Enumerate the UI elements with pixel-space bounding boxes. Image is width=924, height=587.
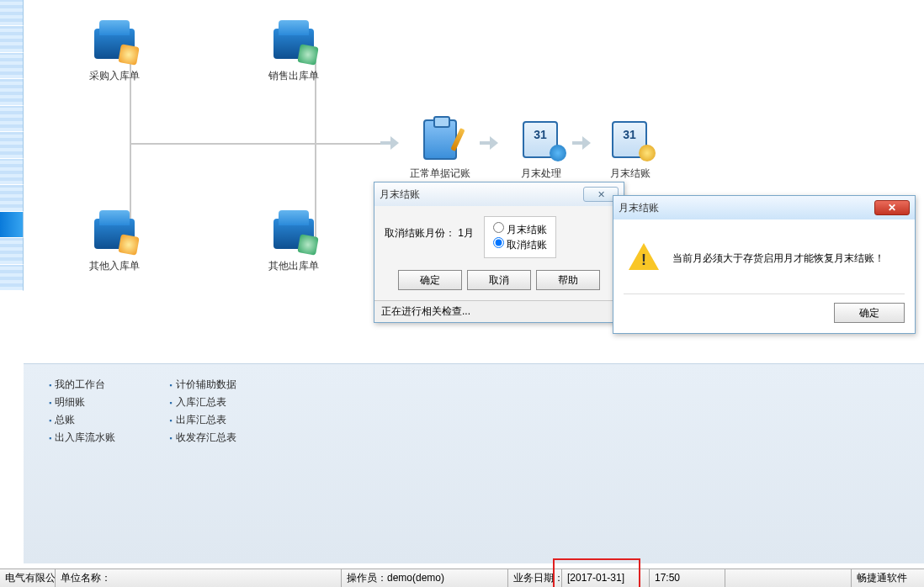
rail-segment[interactable] (0, 53, 24, 79)
cancel-button[interactable]: 取消 (467, 270, 531, 290)
box-in-icon (88, 20, 141, 66)
rail-spacer (0, 291, 24, 563)
node-month-close[interactable]: 月末结账 (592, 118, 668, 181)
left-nav-rail (0, 0, 24, 291)
node-label: 正常单据记账 (402, 167, 478, 181)
dialog-titlebar[interactable]: 月末结账 ✕ (374, 182, 624, 206)
calendar-gear-icon (514, 118, 568, 163)
help-button[interactable]: 帮助 (536, 270, 600, 290)
node-label: 月末结账 (592, 167, 668, 181)
radio-group: 月末结账 取消结账 (484, 216, 556, 258)
node-sales-out[interactable]: 销售出库单 (256, 20, 332, 83)
dialog-titlebar[interactable]: 月末结账 ✕ (613, 196, 915, 219)
ok-button[interactable]: 确定 (398, 270, 462, 290)
status-operator: 操作员：demo(demo) (342, 569, 508, 587)
status-bizdate-label: 业务日期： (508, 569, 562, 587)
status-time: 17:50 (650, 569, 725, 587)
link-column-left: 我的工作台 明细账 总账 出入库流水账 (49, 376, 167, 447)
link-column-right: 计价辅助数据 入库汇总表 出库汇总表 收发存汇总表 (169, 376, 287, 447)
rail-segment[interactable] (0, 26, 24, 52)
link-srf-summary[interactable]: 收发存汇总表 (169, 429, 287, 447)
node-month-process[interactable]: 月末处理 (503, 118, 579, 181)
radio-month-close[interactable]: 月末结账 (493, 222, 547, 237)
node-label: 采购入库单 (77, 69, 152, 83)
link-my-workbench[interactable]: 我的工作台 (49, 376, 167, 394)
status-spacer (725, 569, 852, 587)
node-label: 其他入库单 (77, 259, 152, 273)
arrow-icon (380, 136, 401, 150)
rail-segment[interactable] (0, 265, 24, 291)
rail-segment[interactable] (0, 238, 24, 264)
link-out-summary[interactable]: 出库汇总表 (169, 411, 287, 429)
radio-label: 月末结账 (507, 224, 547, 235)
node-label: 其他出库单 (256, 259, 332, 273)
radio-cancel-close[interactable]: 取消结账 (493, 237, 547, 252)
status-company: 电气有限公 (0, 569, 56, 587)
status-operator-value: demo(demo) (387, 572, 444, 584)
rail-segment[interactable] (0, 106, 24, 132)
rail-segment[interactable] (0, 0, 24, 26)
arrow-icon (480, 136, 500, 150)
ok-button[interactable]: 确定 (834, 303, 905, 323)
cancel-month-label: 取消结账月份： (385, 227, 455, 239)
node-normal-post[interactable]: 正常单据记账 (402, 118, 478, 181)
dialog-title: 月末结账 (619, 201, 659, 215)
cancel-month-value: 1月 (458, 227, 474, 239)
link-in-summary[interactable]: 入库汇总表 (169, 394, 287, 411)
link-general-ledger[interactable]: 总账 (49, 411, 167, 429)
link-pricing-aux[interactable]: 计价辅助数据 (169, 376, 287, 394)
node-other-in[interactable]: 其他入库单 (77, 210, 152, 273)
clipboard-icon (413, 118, 467, 163)
link-inout-journal[interactable]: 出入库流水账 (49, 429, 167, 447)
alert-dialog: 月末结账 ✕ 当前月必须大于存货启用月才能恢复月末结账！ 确定 (613, 195, 916, 334)
dialog-status: 正在进行相关检查... (374, 300, 624, 322)
rail-segment[interactable] (0, 185, 24, 211)
close-button[interactable]: ✕ (874, 200, 910, 215)
status-bizdate-value: [2017-01-31] (562, 569, 650, 587)
connector (130, 143, 384, 145)
alert-message: 当前月必须大于存货启用月才能恢复月末结账！ (672, 251, 884, 266)
workflow-canvas: 采购入库单 销售出库单 其他入库单 其他出库单 正常单据记账 月末处理 月末结账… (24, 0, 924, 363)
shortcut-panel: 我的工作台 明细账 总账 出入库流水账 计价辅助数据 入库汇总表 出库汇总表 收… (24, 363, 924, 563)
box-out-icon (267, 20, 321, 66)
box-other-out-icon (267, 210, 321, 256)
rail-segment[interactable] (0, 159, 24, 185)
node-label: 销售出库单 (256, 69, 332, 83)
status-unit: 单位名称： (56, 569, 342, 587)
node-purchase-in[interactable]: 采购入库单 (77, 20, 152, 83)
calendar-coin-icon (603, 118, 657, 163)
rail-segment[interactable] (0, 132, 24, 158)
rail-segment[interactable] (0, 79, 24, 105)
month-close-dialog: 月末结账 ✕ 取消结账月份： 1月 月末结账 取消结账 确定 取消 帮助 正在进… (374, 182, 624, 323)
status-operator-label: 操作员： (347, 572, 387, 584)
box-other-in-icon (88, 210, 141, 256)
node-label: 月末处理 (503, 167, 579, 181)
dialog-title: 月末结账 (380, 188, 420, 202)
link-detail-ledger[interactable]: 明细账 (49, 394, 167, 411)
node-other-out[interactable]: 其他出库单 (256, 210, 332, 273)
status-bar: 电气有限公 单位名称： 操作员：demo(demo) 业务日期： [2017-0… (0, 568, 924, 587)
status-vendor: 畅捷通软件 (852, 569, 924, 587)
warning-icon (629, 243, 659, 273)
rail-segment-active[interactable] (0, 212, 24, 238)
radio-label: 取消结账 (507, 239, 547, 251)
